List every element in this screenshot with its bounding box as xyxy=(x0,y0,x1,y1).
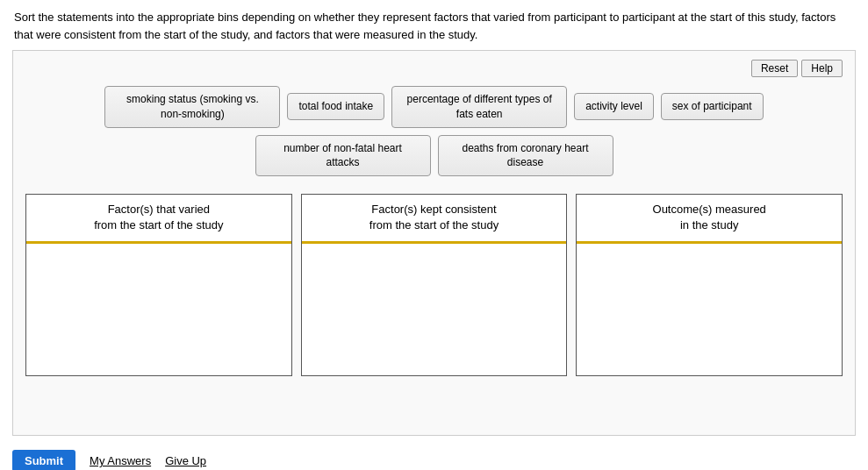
drag-item-item3[interactable]: percentage of different types of fats ea… xyxy=(391,86,567,128)
footer: Submit My Answers Give Up xyxy=(0,443,868,470)
bin-body-bin3[interactable] xyxy=(577,244,842,375)
bin-header-bin3: Outcome(s) measuredin the study xyxy=(577,195,842,243)
my-answers-link[interactable]: My Answers xyxy=(90,454,151,467)
bin-bin3[interactable]: Outcome(s) measuredin the study xyxy=(576,194,843,375)
top-buttons: Reset Help xyxy=(25,60,843,77)
give-up-link[interactable]: Give Up xyxy=(165,454,206,467)
bin-body-bin2[interactable] xyxy=(302,244,567,375)
draggable-items-area: smoking status (smoking vs. non-smoking)… xyxy=(25,86,843,176)
bin-body-bin1[interactable] xyxy=(26,244,291,375)
bin-header-bin2: Factor(s) kept consistentfrom the start … xyxy=(302,195,567,243)
instructions-text: Sort the statements into the appropriate… xyxy=(14,11,836,41)
bin-bin1[interactable]: Factor(s) that variedfrom the start of t… xyxy=(25,194,292,375)
drag-item-item6[interactable]: number of non-fatal heart attacks xyxy=(255,135,431,177)
drag-item-item1[interactable]: smoking status (smoking vs. non-smoking) xyxy=(104,86,280,128)
instructions: Sort the statements into the appropriate… xyxy=(0,0,868,50)
drag-item-item5[interactable]: sex of participant xyxy=(661,93,764,120)
bin-header-bin1: Factor(s) that variedfrom the start of t… xyxy=(26,195,291,243)
drag-item-item7[interactable]: deaths from coronary heart disease xyxy=(438,135,613,177)
drag-item-item2[interactable]: total food intake xyxy=(287,93,384,120)
reset-button[interactable]: Reset xyxy=(751,60,798,77)
bin-bin2[interactable]: Factor(s) kept consistentfrom the start … xyxy=(301,194,568,375)
submit-button[interactable]: Submit xyxy=(12,450,75,470)
bins-container: Factor(s) that variedfrom the start of t… xyxy=(25,194,843,375)
help-button[interactable]: Help xyxy=(801,60,843,77)
main-container: Reset Help smoking status (smoking vs. n… xyxy=(12,50,856,436)
drag-item-item4[interactable]: activity level xyxy=(574,93,654,120)
